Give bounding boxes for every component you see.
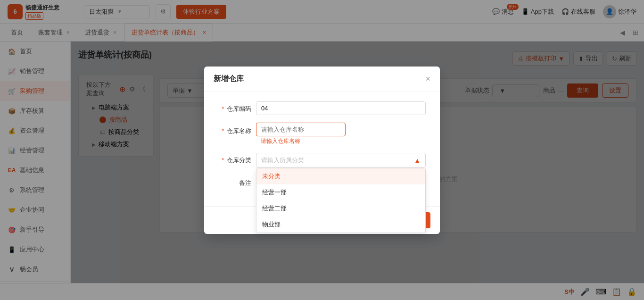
warehouse-name-label: * 仓库名称 bbox=[218, 124, 256, 135]
modal-body: * 仓库编码 * 仓库名称 请输入仓库名称 bbox=[204, 92, 440, 206]
category-select-placeholder: 请输入所属分类 bbox=[261, 156, 304, 165]
modal-overlay: 新增仓库 × * 仓库编码 * 仓库名称 bbox=[0, 0, 644, 300]
warehouse-code-input[interactable] bbox=[256, 101, 426, 115]
modal-header: 新增仓库 × bbox=[204, 67, 440, 92]
warehouse-code-label: * 仓库编码 bbox=[218, 101, 256, 113]
warehouse-notes-label: 备注 bbox=[218, 175, 256, 187]
dropdown-item-dept1[interactable]: 经营一部 bbox=[256, 184, 425, 200]
warehouse-code-row: * 仓库编码 bbox=[218, 101, 426, 115]
warehouse-name-error: 请输入仓库名称 bbox=[261, 138, 300, 144]
required-star: * bbox=[222, 105, 224, 112]
dropdown-item-dept2[interactable]: 经营二部 bbox=[256, 200, 425, 217]
required-star-3: * bbox=[222, 157, 224, 164]
warehouse-category-row: * 仓库分类 请输入所属分类 ▲ 未分类 经营一部 bbox=[218, 153, 426, 168]
dropdown-item-property[interactable]: 物业部 bbox=[256, 217, 425, 233]
modal-title: 新增仓库 bbox=[214, 74, 244, 84]
category-up-arrow-icon: ▲ bbox=[414, 157, 421, 164]
modal-close-button[interactable]: × bbox=[425, 74, 430, 84]
warehouse-category-label: * 仓库分类 bbox=[218, 153, 256, 165]
new-warehouse-modal: 新增仓库 × * 仓库编码 * 仓库名称 bbox=[204, 67, 440, 234]
dropdown-item-uncategorized[interactable]: 未分类 bbox=[256, 168, 425, 184]
required-star-2: * bbox=[222, 127, 224, 134]
warehouse-category-select[interactable]: 请输入所属分类 ▲ bbox=[256, 153, 426, 168]
category-dropdown: 未分类 经营一部 经营二部 物业部 bbox=[256, 168, 426, 233]
warehouse-name-row: * 仓库名称 请输入仓库名称 bbox=[218, 123, 426, 145]
warehouse-name-input[interactable] bbox=[256, 123, 346, 136]
